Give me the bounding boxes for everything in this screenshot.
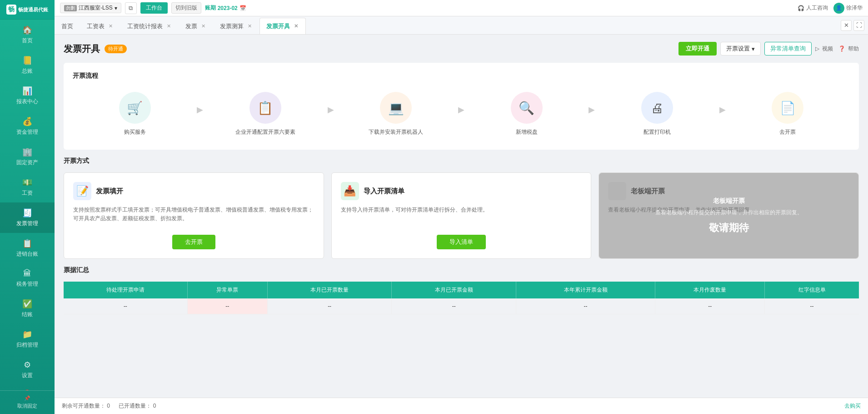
table-cell-3: -- [392, 298, 516, 314]
page-title-row: 发票开具 待开通 [64, 43, 127, 55]
sidebar-item-reports[interactable]: 📊报表中心 [0, 81, 55, 111]
method-overlay-boss-invoice: 老板端开票 查看老板端小程序提交的开票申请，并作出相应的开票回复。 敬请期待 [599, 173, 858, 258]
methods-section: 开票方式 📝 发票填开 支持按照发票样式手工填开发票；可开具增值税电子普通发票、… [64, 157, 859, 259]
pin-icon: 📌 [24, 395, 30, 401]
flow-step-download-robot[interactable]: 💻下载并安装开票机器人 [334, 92, 458, 136]
video-icon: ▷ [815, 45, 819, 52]
step-icon-issue-invoice: 📄 [772, 92, 803, 124]
sidebar-item-funds[interactable]: 💰资金管理 [0, 111, 55, 141]
method-icon-import-list: 📥 [341, 182, 359, 200]
overlay-desc-boss-invoice: 查看老板端小程序提交的开票申请，并作出相应的开票回复。 [646, 209, 812, 217]
table-row: -------------- [64, 298, 859, 314]
tab-home[interactable]: 首页 [55, 18, 80, 34]
flow-steps: 🛒购买服务▶📋企业开通配置开票六要素▶💻下载并安装开票机器人▶🔍新增税盘▶🖨配置… [73, 87, 850, 141]
avatar: 👤 [833, 3, 844, 14]
page-actions: 立即开通 开票设置 ▾ 异常清单查询 ▷ 视频 ❓ 帮助 [678, 42, 859, 56]
ledger-icon: 📒 [22, 56, 32, 66]
tab-salary[interactable]: 工资表✕ [80, 18, 120, 34]
main-area: 勿删 江西服室-LSS ▾ ⧉ 工作台 切到旧版 账期 2023-02 📅 🎧 … [55, 0, 868, 414]
tab-invoice-tool[interactable]: 发票开具✕ [259, 18, 306, 34]
summary-col-0: 待处理开票申请 [64, 282, 187, 298]
tax-icon: 🏛 [23, 269, 31, 278]
method-btn-area-manual-fill: 去开票 [73, 235, 314, 249]
method-desc-import-list: 支持导入待开票清单，可对待开票清单进行拆分、合并处理。 [341, 206, 582, 227]
method-card-boss-invoice: 老板端开票 查看老板端小程序提交的开票申请，并作出相应的开票回复。 老板端开票 … [599, 172, 859, 259]
sidebar-item-ledger[interactable]: 📒总账 [0, 50, 55, 81]
topbar-right: 🎧 人工咨询 👤 徐泽华 [798, 3, 863, 14]
method-btn-manual-fill[interactable]: 去开票 [172, 235, 215, 249]
summary-table: 待处理开票申请异常单票本月已开票数量本月已开票金额本年累计开票金额本月作废数量红… [64, 282, 859, 314]
tab-invoice-calc[interactable]: 发票测算✕ [213, 18, 259, 34]
content-area: 发票开具 待开通 立即开通 开票设置 ▾ 异常清单查询 ▷ 视频 ❓ 帮助 [55, 35, 868, 398]
sidebar-item-tax[interactable]: 🏛税务管理 [0, 263, 55, 293]
sidebar-item-home[interactable]: 🏠首页 [0, 20, 55, 50]
step-icon-config-elements: 📋 [249, 92, 281, 124]
page-title: 发票开具 [64, 43, 100, 55]
logo-icon: 畅 [6, 5, 16, 15]
method-btn-import-list[interactable]: 导入清单 [437, 235, 486, 249]
close-all-button[interactable]: ✕ [841, 20, 852, 31]
chevron-down-icon: ▾ [752, 45, 755, 52]
switch-old-button[interactable]: 切到旧版 [171, 2, 201, 14]
sidebar-item-purchase-sales[interactable]: 📋进销台账 [0, 233, 55, 263]
tab-close-salary-report[interactable]: ✕ [165, 23, 172, 30]
tab-salary-report[interactable]: 工资统计报表✕ [120, 18, 179, 34]
method-card-manual-fill: 📝 发票填开 支持按照发票样式手工填开发票；可开具增值税电子普通发票、增值税普通… [64, 172, 324, 259]
summary-col-2: 本月已开票数量 [267, 282, 392, 298]
sidebar-item-settings[interactable]: ⚙设置 [0, 354, 55, 385]
method-title-import-list: 导入开票清单 [364, 187, 404, 196]
table-cell-6: -- [765, 298, 859, 314]
tab-invoice[interactable]: 发票✕ [179, 18, 213, 34]
flow-step-add-taxbox[interactable]: 🔍新增税盘 [464, 92, 589, 136]
tab-close-invoice-tool[interactable]: ✕ [293, 23, 299, 30]
table-cell-1: -- [187, 298, 267, 314]
sidebar-item-settle[interactable]: ✅结账 [0, 293, 55, 324]
sidebar-item-assets[interactable]: 🏢固定资产 [0, 141, 55, 172]
sidebar-item-salary[interactable]: 💵工资 [0, 172, 55, 202]
tab-close-invoice-calc[interactable]: ✕ [246, 23, 253, 30]
table-cell-4: -- [516, 298, 655, 314]
flow-step-issue-invoice[interactable]: 📄去开票 [726, 92, 850, 136]
company-select[interactable]: 勿删 江西服室-LSS ▾ [60, 3, 121, 13]
topbar-left: 勿删 江西服室-LSS ▾ ⧉ 工作台 切到旧版 账期 2023-02 📅 [60, 2, 246, 14]
flow-section: 开票流程 🛒购买服务▶📋企业开通配置开票六要素▶💻下载并安装开票机器人▶🔍新增税… [64, 63, 859, 150]
flow-arrow-0: ▶ [197, 105, 203, 115]
method-card-import-list: 📥 导入开票清单 支持导入待开票清单，可对待开票清单进行拆分、合并处理。 导入清… [331, 172, 592, 259]
logo-text: 畅捷通易代账 [18, 6, 48, 13]
activate-button[interactable]: 立即开通 [678, 42, 717, 56]
workspace-button[interactable]: 工作台 [140, 2, 168, 14]
overlay-title-boss-invoice: 老板端开票 [713, 197, 745, 205]
method-btn-area-import-list: 导入清单 [341, 235, 582, 249]
sidebar-item-new-guide[interactable]: 🎯新手引导 [0, 385, 55, 390]
flow-step-config-elements[interactable]: 📋企业开通配置开票六要素 [203, 92, 327, 136]
flow-arrow-1: ▶ [328, 105, 334, 115]
pin-button[interactable]: 📌 取消固定 [0, 391, 55, 414]
summary-title: 票据汇总 [64, 266, 859, 274]
table-cell-5: -- [655, 298, 765, 314]
method-icon-manual-fill: 📝 [73, 182, 91, 200]
anomaly-button[interactable]: 异常清单查询 [764, 42, 812, 56]
flow-arrow-3: ▶ [589, 105, 595, 115]
methods-title: 开票方式 [64, 157, 859, 165]
consult-button[interactable]: 🎧 人工咨询 [798, 4, 828, 12]
flow-step-buy-service[interactable]: 🛒购买服务 [73, 92, 197, 136]
user-menu[interactable]: 👤 徐泽华 [833, 3, 863, 14]
table-cell-2: -- [267, 298, 392, 314]
summary-col-5: 本月作废数量 [655, 282, 765, 298]
sidebar-item-invoice-mgmt[interactable]: 🧾发票管理 [0, 202, 55, 233]
buy-link[interactable]: 去购买 [844, 402, 861, 410]
tab-close-salary[interactable]: ✕ [107, 23, 114, 30]
expand-button[interactable]: ⛶ [853, 20, 864, 31]
sidebar-item-archive[interactable]: 📁归档管理 [0, 324, 55, 354]
copy-button[interactable]: ⧉ [125, 2, 137, 14]
summary-section: 票据汇总 待处理开票申请异常单票本月已开票数量本月已开票金额本年累计开票金额本月… [64, 266, 859, 314]
settings-button[interactable]: 开票设置 ▾ [720, 42, 761, 56]
assets-icon: 🏢 [22, 147, 32, 157]
period-selector[interactable]: 账期 2023-02 📅 [205, 4, 246, 12]
step-icon-download-robot: 💻 [380, 92, 412, 124]
table-cell-0: -- [64, 298, 187, 314]
sidebar-logo: 畅 畅捷通易代账 [0, 0, 55, 20]
flow-step-config-printer[interactable]: 🖨配置打印机 [595, 92, 719, 136]
chevron-down-icon: ▾ [115, 5, 117, 11]
tab-close-invoice[interactable]: ✕ [200, 23, 206, 30]
